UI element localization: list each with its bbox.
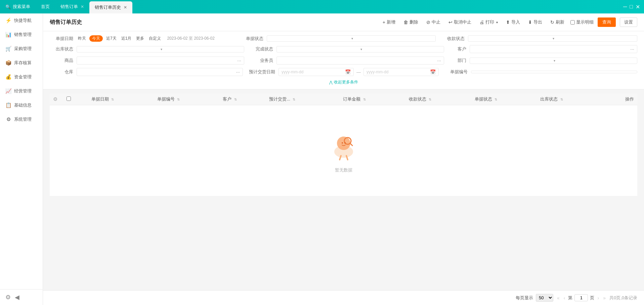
sidebar-item-inventory[interactable]: 📦 库存核算 xyxy=(0,56,43,70)
col-expected-delivery-sort[interactable]: ⇅ xyxy=(293,98,295,101)
sidebar-item-basic-info[interactable]: 📋 基础信息 xyxy=(0,98,43,112)
date-custom[interactable]: 自定义 xyxy=(147,35,162,42)
delete-button[interactable]: 🗑 删除 xyxy=(401,18,420,27)
date-7days[interactable]: 近7天 xyxy=(105,35,118,42)
prev-page-btn[interactable]: ‹ xyxy=(563,295,566,301)
col-payment-status-sort[interactable]: ⇅ xyxy=(429,98,431,101)
new-label: 新增 xyxy=(387,19,395,25)
tab-sales-order-close[interactable]: ✕ xyxy=(81,4,84,9)
date-1month[interactable]: 近1月 xyxy=(120,35,133,42)
tab-sales-order-history[interactable]: 销售订单历史 ✕ xyxy=(89,1,132,13)
current-page-input[interactable] xyxy=(574,294,588,301)
export-button[interactable]: ⬇ 导出 xyxy=(526,18,544,27)
date-more[interactable]: 更多 xyxy=(135,35,145,42)
pagination-nav: « ‹ 第 页 › » xyxy=(556,294,607,301)
tab-home[interactable]: 首页 xyxy=(36,0,55,13)
table-settings-icon[interactable]: ⚙ xyxy=(53,96,57,102)
calendar-start-icon[interactable]: 📅 xyxy=(345,69,351,75)
sidebar-collapse-icon[interactable]: ◀ xyxy=(15,294,19,301)
page-header: 销售订单历史 + 新增 🗑 删除 ⊘ 中止 ↩ xyxy=(43,13,644,31)
delivery-status-select[interactable]: ▾ xyxy=(77,46,244,52)
last-page-btn[interactable]: » xyxy=(602,295,607,301)
quick-nav-icon: ⚡ xyxy=(5,17,11,24)
department-label: 部门 xyxy=(449,58,470,64)
warehouse-input[interactable]: ··· xyxy=(77,68,243,76)
order-status-arrow: ▾ xyxy=(351,37,433,40)
close-window-icon[interactable]: ✕ xyxy=(636,4,640,10)
export-icon: ⬇ xyxy=(528,20,532,25)
date-today[interactable]: 今天 xyxy=(89,35,103,42)
print-label: 打印 xyxy=(485,19,494,25)
display-detail-checkbox[interactable]: 显示明细 xyxy=(570,19,594,25)
sidebar-item-inventory-label: 库存核算 xyxy=(14,60,32,66)
settings-button[interactable]: 设置 xyxy=(620,17,637,27)
order-status-select[interactable]: ▾ xyxy=(267,35,436,42)
collapse-label: 收起更多条件 xyxy=(334,79,358,85)
product-input[interactable]: ··· xyxy=(77,56,244,65)
date-filter-value: 昨天 今天 近7天 近1月 更多 自定义 2023-06-02 至 2023-0… xyxy=(77,35,240,42)
col-order-status-sort[interactable]: ⇅ xyxy=(495,98,497,101)
empty-row: 暂无数据 xyxy=(50,105,637,196)
calendar-end-icon[interactable]: 📅 xyxy=(430,69,436,75)
salesperson-ellipsis[interactable]: ··· xyxy=(437,58,441,63)
page-size-select[interactable]: 20 50 100 200 xyxy=(536,294,553,302)
sidebar-item-sales-label: 销售管理 xyxy=(14,32,32,38)
date-yesterday[interactable]: 昨天 xyxy=(77,35,87,42)
customer-input[interactable]: ··· xyxy=(470,45,637,53)
cancel-stop-icon: ↩ xyxy=(448,20,453,25)
warehouse-ellipsis[interactable]: ··· xyxy=(236,69,240,75)
expected-date-end[interactable]: yyyy-mm-dd 📅 xyxy=(363,68,439,76)
minimize-icon[interactable]: ─ xyxy=(623,4,627,10)
col-payment-status-label: 收款状态 xyxy=(409,97,426,102)
sidebar-item-quick-nav-label: 快捷导航 xyxy=(14,17,32,24)
first-page-btn[interactable]: « xyxy=(556,295,561,301)
display-detail-input[interactable] xyxy=(570,20,575,25)
sidebar-item-quick-nav[interactable]: ⚡ 快捷导航 xyxy=(0,13,43,28)
maximize-icon[interactable]: □ xyxy=(630,4,633,10)
stop-button[interactable]: ⊘ 中止 xyxy=(424,18,442,27)
col-customer-label: 客户 xyxy=(223,97,231,102)
expected-date-start[interactable]: yyyy-mm-dd 📅 xyxy=(278,68,354,76)
refresh-button[interactable]: ↻ 刷新 xyxy=(548,18,566,27)
salesperson-input[interactable]: ··· xyxy=(276,56,444,65)
import-button[interactable]: ⬆ 导入 xyxy=(504,18,522,27)
col-order-amount-sort[interactable]: ⇅ xyxy=(363,98,366,101)
customer-label: 客户 xyxy=(449,46,470,52)
col-number-sort[interactable]: ⇅ xyxy=(177,98,180,101)
table-area: ⚙ 单据日期 ⇅ 单据编号 ⇅ xyxy=(43,89,644,290)
collapse-button[interactable]: ⋀ 收起更多条件 xyxy=(50,79,637,85)
search-menu-tab[interactable]: 🔍 搜索菜单 xyxy=(0,1,36,12)
tab-sales-order[interactable]: 销售订单 ✕ xyxy=(55,0,89,13)
department-select[interactable]: ▾ xyxy=(470,58,637,64)
tab-sales-order-history-close[interactable]: ✕ xyxy=(124,5,127,10)
customer-ellipsis[interactable]: ··· xyxy=(630,46,634,52)
query-button[interactable]: 查询 xyxy=(598,17,616,27)
sidebar-item-purchase[interactable]: 🛒 采购管理 xyxy=(0,42,43,56)
col-date-label: 单据日期 xyxy=(91,97,109,102)
next-page-btn[interactable]: › xyxy=(596,295,600,301)
new-button[interactable]: + 新增 xyxy=(381,18,397,27)
sidebar-settings-icon[interactable]: ⚙ xyxy=(5,294,11,301)
complete-status-select[interactable]: ▾ xyxy=(276,46,444,52)
col-delivery-status-sort[interactable]: ⇅ xyxy=(560,98,563,101)
page-title: 销售订单历史 xyxy=(50,19,82,26)
table-header: ⚙ 单据日期 ⇅ 单据编号 ⇅ xyxy=(50,93,637,105)
refresh-icon: ↻ xyxy=(550,20,554,25)
sidebar-item-finance[interactable]: 💰 资金管理 xyxy=(0,70,43,84)
sidebar-item-operations-label: 经营管理 xyxy=(14,88,32,94)
cancel-stop-button[interactable]: ↩ 取消中止 xyxy=(446,18,473,27)
order-number-input[interactable] xyxy=(471,71,637,73)
col-customer-sort[interactable]: ⇅ xyxy=(234,98,237,101)
sales-icon: 📊 xyxy=(5,32,11,38)
sidebar-item-operations[interactable]: 📈 经营管理 xyxy=(0,84,43,98)
select-all-checkbox[interactable] xyxy=(67,97,71,101)
sidebar-item-sales[interactable]: 📊 销售管理 xyxy=(0,28,43,42)
sidebar-item-basic-info-label: 基础信息 xyxy=(14,102,32,108)
col-date-sort[interactable]: ⇅ xyxy=(111,98,114,101)
tab-sales-order-label: 销售订单 xyxy=(60,4,78,10)
product-ellipsis[interactable]: ··· xyxy=(237,58,241,63)
product-label: 商品 xyxy=(50,58,77,64)
payment-status-select[interactable]: ▾ xyxy=(468,35,637,42)
print-button[interactable]: 🖨 打印 ▾ xyxy=(477,18,500,27)
sidebar-item-system[interactable]: ⚙ 系统管理 xyxy=(0,112,43,126)
